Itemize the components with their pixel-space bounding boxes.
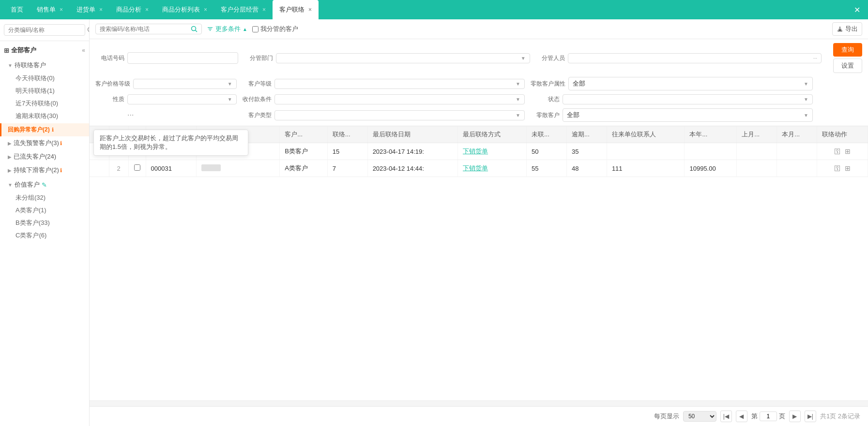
sidebar-item-declining[interactable]: ▶ 持续下滑客户(2) ℹ (0, 163, 89, 177)
filter-price-level: 客户价格等级 ▼ (95, 79, 237, 89)
my-customer-checkbox[interactable] (252, 26, 259, 32)
row2-overdue: 48 (566, 160, 607, 177)
filter-search-icon (191, 26, 198, 32)
pagination-bar: 每页显示 50 100 200 |◀ ◀ 第 页 ▶ ▶| 共1页 2条记录 (90, 406, 868, 426)
row1-more-icon[interactable]: ⊞ (845, 147, 851, 155)
sidebar: ⊞ 全部客户 « ▼ 待联络客户 今天待联络(0) 明天待联络(1) (0, 19, 90, 426)
info-icon: ℹ (52, 127, 54, 133)
query-button[interactable]: 查询 (833, 43, 862, 57)
row2-actions: ⚿ ⊞ (817, 160, 868, 177)
sidebar-item-lost[interactable]: ▶ 已流失客户(24) (0, 150, 89, 163)
sidebar-all-customers[interactable]: ⊞ 全部客户 « (0, 43, 89, 58)
row2-no: 2 (109, 160, 128, 177)
window-close-button[interactable]: ✕ (850, 5, 864, 15)
section-pending-contact-header[interactable]: ▼ 待联络客户 (0, 59, 89, 72)
row1-last-month (737, 143, 777, 160)
info-icon3: ℹ (60, 167, 62, 174)
row2-settings (90, 160, 109, 177)
table-row: 2 000031 A类客户 (90, 160, 868, 177)
close-analysis-icon[interactable]: × (145, 0, 149, 19)
filter-price-level-select[interactable]: ▼ (133, 79, 237, 89)
nav-item-home[interactable]: 首页 (4, 0, 30, 19)
row2-link-icon[interactable]: ⚿ (834, 164, 841, 172)
edit-icon[interactable]: ✎ (42, 181, 47, 189)
export-button[interactable]: 导出 (832, 22, 862, 36)
filter-customer-level-select[interactable]: ▼ (274, 79, 525, 89)
filter-retail-customer-select[interactable]: 全部 ▼ (563, 108, 813, 122)
sidebar-item-repurchase-abnormal[interactable]: 回购异常客户(2) ℹ (0, 123, 89, 136)
nav-item-customer-contact[interactable]: 客户联络 × (273, 0, 319, 19)
filter-more-conditions[interactable]: 更多条件 ▲ (207, 25, 247, 33)
row2-more-icon[interactable]: ⊞ (845, 164, 851, 172)
arrow-right-icon3: ▶ (8, 168, 12, 173)
sidebar-item-overdue[interactable]: 逾期未联络(30) (0, 110, 89, 122)
page-last-button[interactable]: ▶| (805, 411, 816, 422)
sidebar-item-class-b[interactable]: B类客户(33) (0, 217, 89, 229)
row1-this-year (685, 143, 737, 160)
export-icon (837, 26, 843, 32)
sidebar-item-tomorrow[interactable]: 明天待联络(1) (0, 85, 89, 97)
filter-payment-select[interactable]: ▼ (274, 94, 525, 104)
close-purchase-icon[interactable]: × (99, 0, 103, 19)
close-customer-tier-icon[interactable]: × (262, 0, 266, 19)
page-first-button[interactable]: |◀ (720, 411, 732, 422)
filter-customer-type-select[interactable]: ▼ (274, 110, 525, 120)
filter-search-input[interactable] (100, 26, 189, 32)
nav-item-customer-tier[interactable]: 客户分层经营 × (214, 0, 273, 19)
page-input[interactable] (760, 411, 777, 421)
arrow-down-icon: ▼ (8, 63, 13, 68)
close-sales-icon[interactable]: × (60, 0, 63, 19)
sidebar-item-class-c[interactable]: C类客户(6) (0, 229, 89, 242)
col-overdue: 逾期... (566, 126, 607, 143)
top-nav: 首页 销售单 × 进货单 × 商品分析 × 商品分析列表 × 客户分层经营 × … (0, 0, 868, 19)
row1-last-method: 下销货单 (458, 143, 527, 160)
chevron-down-icon10: ▼ (804, 113, 808, 118)
row2-class: A类客户 (280, 160, 327, 177)
sidebar-item-today[interactable]: 今天待联络(0) (0, 72, 89, 85)
row1-overdue: 35 (566, 143, 607, 160)
row1-link-icon[interactable]: ⚿ (834, 147, 841, 155)
page-current: 第 页 (751, 411, 785, 421)
col-this-year: 本年... (685, 126, 737, 143)
sidebar-item-class-a[interactable]: A类客户(1) (0, 204, 89, 217)
sidebar-item-7days[interactable]: 近7天待联络(0) (0, 97, 89, 110)
nav-item-sales[interactable]: 销售单 × (30, 0, 70, 19)
nav-item-purchase[interactable]: 进货单 × (70, 0, 109, 19)
chevron-down-icon8: ▼ (804, 97, 808, 102)
close-customer-contact-icon[interactable]: × (308, 0, 312, 19)
more-dots-icon[interactable]: ··· (127, 111, 134, 119)
filter-manager: 分管人员 ··· (536, 53, 822, 63)
row2-last-date: 2023-04-12 14:44: (367, 160, 457, 177)
filter-manager-select[interactable]: ··· (568, 53, 822, 63)
filter-more-dots: ··· (95, 111, 237, 119)
page-next-button[interactable]: ▶ (789, 411, 801, 422)
col-customer-class: 客户... (280, 126, 327, 143)
col-this-month: 本月... (777, 126, 817, 143)
col-last-contact-method: 最后联络方式 (458, 126, 527, 143)
sidebar-item-loss-warning[interactable]: ▶ 流失预警客户(3) ℹ (0, 136, 89, 150)
horizontal-scrollbar[interactable] (90, 400, 868, 406)
section-value-customers-header[interactable]: ▼ 价值客户 ✎ (0, 178, 89, 191)
filter-status-select[interactable]: ▼ (563, 94, 813, 104)
page-prev-button[interactable]: ◀ (736, 411, 747, 422)
filter-nature-select[interactable]: ▼ (127, 94, 237, 104)
nav-item-analysis[interactable]: 商品分析 × (109, 0, 155, 19)
nav-item-analysis-list[interactable]: 商品分析列表 × (155, 0, 214, 19)
filter-customer-type: 客户类型 ▼ (243, 110, 525, 120)
setting-button[interactable]: 设置 (833, 59, 862, 73)
row2-last-month (737, 160, 777, 177)
sidebar-item-unclassified[interactable]: 未分组(32) (0, 191, 89, 204)
row2-this-month (777, 160, 817, 177)
close-analysis-list-icon[interactable]: × (204, 0, 207, 19)
section-value-customers: ▼ 价值客户 ✎ 未分组(32) A类客户(1) B类客户(33) C类客户(6 (0, 178, 89, 242)
col-last-month: 上月... (737, 126, 777, 143)
filter-dept-select[interactable]: ▼ (276, 53, 530, 63)
row2-check[interactable] (128, 160, 146, 177)
page-size-select[interactable]: 50 100 200 (683, 411, 716, 422)
collapse-icon[interactable]: « (82, 47, 85, 54)
filter-retail-attr-select[interactable]: 全部 ▼ (568, 77, 813, 90)
filter-phone-input[interactable] (127, 52, 238, 64)
sidebar-search-input[interactable] (4, 24, 85, 36)
row2-checkbox[interactable] (134, 164, 140, 171)
filter-my-customer[interactable]: 我分管的客户 (252, 25, 298, 33)
